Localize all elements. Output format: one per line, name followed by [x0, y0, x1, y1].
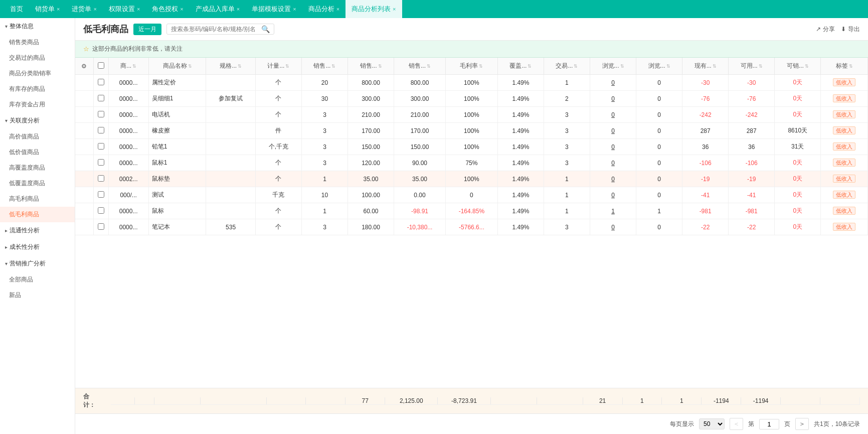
sidebar-item-in-stock-goods[interactable]: 有库存的商品: [0, 81, 75, 97]
close-icon[interactable]: ×: [93, 6, 96, 12]
col-price[interactable]: 销售...⇅: [348, 58, 394, 75]
col-spec[interactable]: 规格...⇅: [206, 58, 255, 75]
time-filter-button[interactable]: 近一月: [133, 24, 161, 35]
cell-saleable: 0天: [775, 107, 821, 123]
close-icon[interactable]: ×: [180, 6, 183, 12]
cell-checkbox[interactable]: [93, 219, 108, 235]
cell-settings: [75, 203, 93, 219]
col-view2[interactable]: 浏览...⇅: [636, 58, 682, 75]
nav-item-template[interactable]: 单据模板设置 ×: [246, 0, 302, 18]
chevron-down-icon: ▾: [5, 261, 8, 266]
search-input[interactable]: [171, 26, 261, 33]
cell-view1[interactable]: 0: [590, 107, 636, 123]
cell-checkbox[interactable]: [93, 107, 108, 123]
col-view1[interactable]: 浏览...⇅: [590, 58, 636, 75]
sidebar-item-new-goods[interactable]: 新品: [0, 287, 75, 303]
sidebar-item-traded-goods[interactable]: 交易过的商品: [0, 50, 75, 66]
cell-checkbox[interactable]: [93, 75, 108, 91]
sidebar-section-marketing[interactable]: ▾ 营销推广分析: [0, 255, 75, 272]
nav-item-permission[interactable]: 权限设置 ×: [103, 0, 146, 18]
cell-view1[interactable]: 0: [590, 139, 636, 155]
sidebar-item-sales-goods[interactable]: 销售类商品: [0, 35, 75, 50]
col-code[interactable]: 商...⇅: [108, 58, 148, 75]
col-tag[interactable]: 标签⇅: [821, 58, 868, 75]
sidebar-item-high-value[interactable]: 高价值商品: [0, 129, 75, 144]
sidebar-section-overall[interactable]: ▾ 整体信息: [0, 18, 75, 35]
page-input[interactable]: [759, 419, 779, 429]
sidebar-item-all-goods[interactable]: 全部商品: [0, 272, 75, 287]
next-page-button[interactable]: ＞: [795, 418, 809, 430]
row-checkbox[interactable]: [98, 191, 104, 198]
col-saleable[interactable]: 可销...⇅: [775, 58, 821, 75]
sidebar-item-high-margin[interactable]: 高毛利商品: [0, 191, 75, 207]
sidebar-section-relevance[interactable]: ▾ 关联度分析: [0, 112, 75, 129]
cell-checkbox[interactable]: [93, 171, 108, 187]
sidebar-item-high-coverage[interactable]: 高覆盖度商品: [0, 160, 75, 176]
nav-item-purchase[interactable]: 进货单 ×: [66, 0, 102, 18]
cell-view1[interactable]: 0: [590, 123, 636, 139]
sidebar-item-low-coverage[interactable]: 低覆盖度商品: [0, 176, 75, 191]
col-name[interactable]: 商品名称⇅: [148, 58, 206, 75]
row-checkbox[interactable]: [98, 207, 104, 214]
close-icon[interactable]: ×: [137, 6, 140, 12]
export-button[interactable]: ⬇ 导出: [841, 25, 860, 34]
cell-checkbox[interactable]: [93, 139, 108, 155]
cell-view1[interactable]: 0: [590, 91, 636, 107]
close-icon[interactable]: ×: [293, 6, 296, 12]
sidebar-section-liquidity[interactable]: ▸ 流通性分析: [0, 222, 75, 239]
col-unit[interactable]: 计量...⇅: [255, 58, 301, 75]
sidebar-item-capital-usage[interactable]: 库存资金占用: [0, 97, 75, 112]
cell-view1[interactable]: 1: [590, 203, 636, 219]
cell-view1[interactable]: 0: [590, 75, 636, 91]
search-icon[interactable]: 🔍: [261, 25, 270, 33]
col-amount[interactable]: 销售...⇅: [394, 58, 446, 75]
row-checkbox[interactable]: [98, 79, 104, 85]
cell-view2: 0: [636, 75, 682, 91]
cell-checkbox[interactable]: [93, 187, 108, 203]
cell-checkbox[interactable]: [93, 203, 108, 219]
cell-checkbox[interactable]: [93, 155, 108, 171]
col-settings[interactable]: ⚙: [75, 58, 93, 75]
cell-view1[interactable]: 0: [590, 155, 636, 171]
col-coverage[interactable]: 覆盖...⇅: [497, 58, 544, 75]
sidebar-item-low-value[interactable]: 低价值商品: [0, 144, 75, 160]
cell-view1[interactable]: 0: [590, 171, 636, 187]
cell-view1[interactable]: 0: [590, 187, 636, 203]
col-qty[interactable]: 销售...⇅: [301, 58, 348, 75]
row-checkbox[interactable]: [98, 159, 104, 166]
sidebar-item-category-rate[interactable]: 商品分类助销率: [0, 66, 75, 81]
cell-view1[interactable]: 0: [590, 219, 636, 235]
col-margin[interactable]: 毛利率⇅: [445, 58, 497, 75]
col-transaction[interactable]: 交易...⇅: [544, 58, 590, 75]
sidebar-item-low-margin[interactable]: 低毛利商品: [0, 207, 75, 222]
sidebar-section-growth[interactable]: ▸ 成长性分析: [0, 239, 75, 255]
close-icon[interactable]: ×: [57, 6, 60, 12]
col-checkbox[interactable]: [93, 58, 108, 75]
row-checkbox[interactable]: [98, 111, 104, 117]
row-checkbox[interactable]: [98, 143, 104, 150]
nav-item-sales[interactable]: 销货单 ×: [29, 0, 66, 18]
settings-icon[interactable]: ⚙: [81, 63, 87, 70]
nav-item-home[interactable]: 首页: [4, 0, 29, 18]
col-available[interactable]: 可用...⇅: [729, 58, 775, 75]
row-checkbox[interactable]: [98, 95, 104, 101]
nav-item-goods-analysis-list[interactable]: 商品分析列表 ×: [345, 0, 402, 18]
row-checkbox[interactable]: [98, 127, 104, 133]
cell-checkbox[interactable]: [93, 123, 108, 139]
cell-checkbox[interactable]: [93, 91, 108, 107]
select-all-checkbox[interactable]: [98, 62, 104, 69]
row-checkbox[interactable]: [98, 175, 104, 182]
nav-item-role[interactable]: 角色授权 ×: [146, 0, 189, 18]
nav-item-goods-analysis[interactable]: 商品分析 ×: [302, 0, 345, 18]
share-button[interactable]: ↗ 分享: [816, 25, 835, 34]
close-icon[interactable]: ×: [393, 6, 396, 12]
row-checkbox[interactable]: [98, 223, 104, 230]
cell-margin: -164.85%: [445, 203, 497, 219]
col-current[interactable]: 现有...⇅: [682, 58, 729, 75]
nav-item-product-in[interactable]: 产成品入库单 ×: [190, 0, 246, 18]
prev-page-button[interactable]: ＜: [730, 418, 743, 430]
close-icon[interactable]: ×: [336, 6, 339, 12]
close-icon[interactable]: ×: [237, 6, 240, 12]
per-page-select[interactable]: 50 100 200: [699, 418, 725, 429]
cell-view2: 0: [636, 91, 682, 107]
